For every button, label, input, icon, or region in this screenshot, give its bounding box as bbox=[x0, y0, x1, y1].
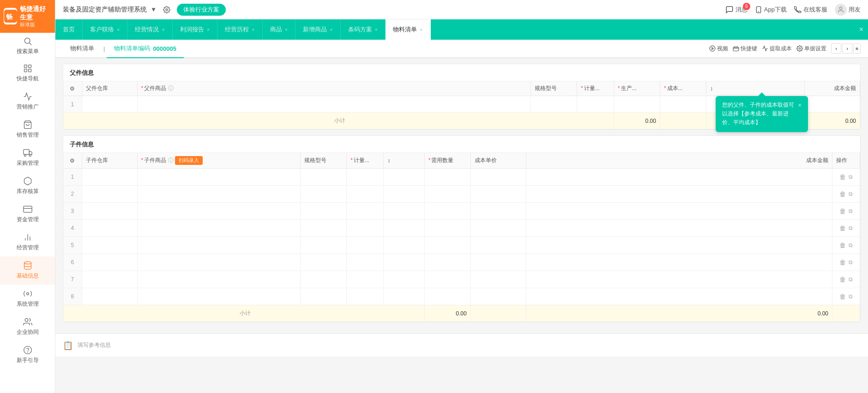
child-row-1-spec[interactable] bbox=[301, 169, 347, 186]
delete-row-1-btn[interactable]: 🗑 bbox=[839, 173, 846, 181]
close-tab-profit[interactable]: × bbox=[207, 27, 210, 32]
tab-operation-status[interactable]: 经营情况 × bbox=[127, 19, 172, 40]
child-row-7-spec[interactable] bbox=[301, 271, 347, 288]
close-tab-operation-status[interactable]: × bbox=[162, 27, 164, 32]
sidebar-logo[interactable]: 畅 畅捷通好生意 标准版 bbox=[0, 0, 55, 33]
child-row-1-qty[interactable] bbox=[424, 169, 470, 186]
copy-row-3-btn[interactable]: ⧉ bbox=[849, 208, 853, 214]
child-row-2-spec[interactable] bbox=[301, 186, 347, 203]
child-row-5-qty[interactable] bbox=[424, 237, 470, 254]
child-row-1-warehouse[interactable] bbox=[82, 169, 137, 186]
message-btn[interactable]: 6 消息 bbox=[725, 6, 747, 14]
child-row-4-warehouse[interactable] bbox=[82, 220, 137, 237]
child-row-2-warehouse[interactable] bbox=[82, 186, 137, 203]
tab-add-goods[interactable]: 新增商品 × bbox=[295, 19, 340, 40]
child-row-5-spec[interactable] bbox=[301, 237, 347, 254]
user-menu-btn[interactable]: 用友 bbox=[835, 4, 861, 16]
close-all-tabs-btn[interactable]: × bbox=[855, 25, 868, 34]
nav-menu-btn[interactable]: ≡ bbox=[853, 43, 861, 54]
child-row-2-unitprice[interactable] bbox=[470, 186, 526, 203]
copy-row-2-btn[interactable]: ⧉ bbox=[849, 191, 853, 197]
child-row-6-product[interactable] bbox=[137, 254, 301, 271]
child-row-1-product[interactable] bbox=[137, 169, 301, 186]
delete-row-2-btn[interactable]: 🗑 bbox=[839, 190, 846, 198]
tab-profit[interactable]: 利润报告 × bbox=[173, 19, 217, 40]
system-dropdown-btn[interactable]: ▼ bbox=[151, 6, 157, 13]
child-row-6-warehouse[interactable] bbox=[82, 254, 137, 271]
parent-row-warehouse[interactable] bbox=[82, 96, 137, 113]
sub-tab-code[interactable]: 物料清单编码 0000005 bbox=[107, 40, 184, 58]
sidebar-item-system[interactable]: 系统管理 bbox=[0, 284, 55, 313]
child-row-3-unitprice[interactable] bbox=[470, 203, 526, 220]
tab-barcode[interactable]: 条码方案 × bbox=[341, 19, 386, 40]
sidebar-item-purchase[interactable]: 采购管理 bbox=[0, 144, 55, 172]
close-tab-bom[interactable]: × bbox=[420, 27, 422, 32]
online-service-btn[interactable]: 在线客服 bbox=[794, 6, 827, 14]
trial-btn[interactable]: 体验行业方案 bbox=[177, 4, 226, 16]
delete-row-7-btn[interactable]: 🗑 bbox=[839, 276, 846, 283]
child-row-4-unit[interactable] bbox=[347, 220, 384, 237]
tooltip-close-btn[interactable]: × bbox=[798, 101, 802, 110]
copy-row-5-btn[interactable]: ⧉ bbox=[849, 242, 853, 248]
app-download-btn[interactable]: App下载 bbox=[755, 6, 787, 14]
delete-row-3-btn[interactable]: 🗑 bbox=[839, 207, 846, 215]
sidebar-item-marketing[interactable]: 营销推广 bbox=[0, 87, 55, 115]
child-row-2-qty[interactable] bbox=[424, 186, 470, 203]
sidebar-item-operation[interactable]: 经营管理 bbox=[0, 228, 55, 256]
child-row-3-unit[interactable] bbox=[347, 203, 384, 220]
th-child-settings[interactable]: ⚙ bbox=[63, 153, 82, 169]
copy-row-8-btn[interactable]: ⧉ bbox=[849, 293, 853, 300]
child-row-2-product[interactable] bbox=[137, 186, 301, 203]
th-parent-settings[interactable]: ⚙ bbox=[63, 81, 82, 96]
child-row-5-unit[interactable] bbox=[347, 237, 384, 254]
delete-row-5-btn[interactable]: 🗑 bbox=[839, 242, 846, 249]
child-row-5-unitprice[interactable] bbox=[470, 237, 526, 254]
child-row-6-spec[interactable] bbox=[301, 254, 347, 271]
delete-row-6-btn[interactable]: 🗑 bbox=[839, 259, 846, 266]
sidebar-item-sales[interactable]: 销售管理 bbox=[0, 115, 55, 144]
child-row-1-unitprice[interactable] bbox=[470, 169, 526, 186]
settings-btn[interactable] bbox=[160, 3, 173, 16]
child-row-8-unit[interactable] bbox=[347, 288, 384, 305]
tab-goods[interactable]: 商品 × bbox=[263, 19, 295, 40]
tab-home[interactable]: 首页 bbox=[55, 19, 83, 40]
child-row-5-product[interactable] bbox=[137, 237, 301, 254]
extract-cost-btn[interactable]: 提取成本 bbox=[762, 45, 792, 53]
tab-customer[interactable]: 客户联络 × bbox=[83, 19, 127, 40]
close-tab-barcode[interactable]: × bbox=[375, 27, 378, 32]
parent-row-cost[interactable] bbox=[660, 96, 706, 113]
child-row-3-warehouse[interactable] bbox=[82, 203, 137, 220]
close-tab-history[interactable]: × bbox=[252, 27, 254, 32]
sidebar-item-inventory[interactable]: 库存核算 bbox=[0, 172, 55, 200]
delete-row-4-btn[interactable]: 🗑 bbox=[839, 224, 846, 232]
copy-row-4-btn[interactable]: ⧉ bbox=[849, 225, 853, 231]
parent-row-spec[interactable] bbox=[530, 96, 577, 113]
close-tab-goods[interactable]: × bbox=[285, 27, 288, 32]
parent-row-produce[interactable] bbox=[614, 96, 660, 113]
child-row-3-qty[interactable] bbox=[424, 203, 470, 220]
copy-row-6-btn[interactable]: ⧉ bbox=[849, 259, 853, 266]
tab-history[interactable]: 经营历程 × bbox=[217, 19, 262, 40]
child-row-7-warehouse[interactable] bbox=[82, 271, 137, 288]
single-settings-btn[interactable]: 单据设置 bbox=[796, 45, 826, 53]
tab-bom[interactable]: 物料清单 × bbox=[386, 19, 430, 40]
child-row-7-qty[interactable] bbox=[424, 271, 470, 288]
delete-row-8-btn[interactable]: 🗑 bbox=[839, 293, 846, 300]
sub-tab-list[interactable]: 物料清单 bbox=[63, 40, 102, 58]
child-row-1-unit[interactable] bbox=[347, 169, 384, 186]
child-row-6-unitprice[interactable] bbox=[470, 254, 526, 271]
child-row-3-product[interactable] bbox=[137, 203, 301, 220]
child-row-4-spec[interactable] bbox=[301, 220, 347, 237]
sidebar-item-finance[interactable]: 资金管理 bbox=[0, 200, 55, 228]
copy-row-7-btn[interactable]: ⧉ bbox=[849, 276, 853, 283]
copy-row-1-btn[interactable]: ⧉ bbox=[849, 174, 853, 180]
parent-row-unit[interactable] bbox=[577, 96, 614, 113]
sidebar-item-coop[interactable]: 企业协同 bbox=[0, 313, 55, 341]
child-row-8-unitprice[interactable] bbox=[470, 288, 526, 305]
nav-prev-btn[interactable]: ‹ bbox=[831, 43, 841, 54]
parent-row-product[interactable] bbox=[137, 96, 530, 113]
child-row-4-qty[interactable] bbox=[424, 220, 470, 237]
shortcut-btn[interactable]: 快捷键 bbox=[733, 45, 757, 53]
child-row-7-unit[interactable] bbox=[347, 271, 384, 288]
nav-next-btn[interactable]: › bbox=[842, 43, 852, 54]
